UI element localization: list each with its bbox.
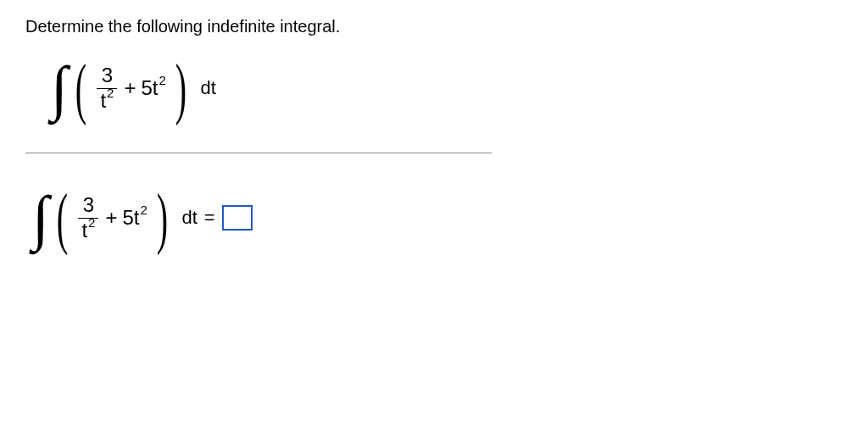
integrand: 3 t 2 + 5t 2 bbox=[92, 64, 169, 114]
fraction-term: 3 t 2 bbox=[97, 64, 117, 114]
second-term: 5t 2 bbox=[141, 76, 165, 100]
term2-exponent: 2 bbox=[140, 203, 147, 217]
plus-operator: + bbox=[105, 206, 117, 230]
second-term: 5t 2 bbox=[122, 206, 147, 230]
denominator-base: t bbox=[81, 219, 87, 243]
plus-operator: + bbox=[124, 76, 136, 100]
answer-row: ∫ ( 3 t 2 + 5t 2 ) dt = bbox=[32, 187, 843, 248]
answer-input[interactable] bbox=[222, 205, 253, 231]
integral-expression-display: ∫ ( 3 t 2 + 5t 2 ) dt bbox=[51, 58, 843, 119]
fraction-term: 3 t 2 bbox=[78, 193, 98, 243]
integral-sign-icon: ∫ bbox=[51, 58, 68, 119]
denominator-base: t bbox=[100, 89, 106, 114]
fraction-denominator: t 2 bbox=[97, 89, 117, 114]
denominator-exponent: 2 bbox=[88, 215, 95, 231]
denominator-exponent: 2 bbox=[107, 86, 114, 101]
differential: dt bbox=[200, 77, 215, 99]
fraction-numerator: 3 bbox=[98, 64, 116, 88]
section-divider bbox=[25, 153, 492, 153]
left-paren-icon: ( bbox=[56, 191, 67, 245]
term2-coefficient: 5t bbox=[141, 76, 158, 100]
integral-sign-icon: ∫ bbox=[32, 187, 49, 248]
fraction-denominator: t 2 bbox=[78, 219, 98, 243]
left-paren-icon: ( bbox=[75, 61, 86, 115]
right-paren-icon: ) bbox=[156, 191, 167, 245]
term2-coefficient: 5t bbox=[122, 206, 139, 230]
fraction-numerator: 3 bbox=[80, 193, 97, 218]
term2-exponent: 2 bbox=[159, 73, 165, 87]
integrand: 3 t 2 + 5t 2 bbox=[73, 193, 150, 243]
prompt-text: Determine the following indefinite integ… bbox=[25, 17, 843, 36]
differential: dt bbox=[181, 207, 197, 229]
equals-sign: = bbox=[204, 207, 215, 229]
right-paren-icon: ) bbox=[175, 61, 186, 115]
